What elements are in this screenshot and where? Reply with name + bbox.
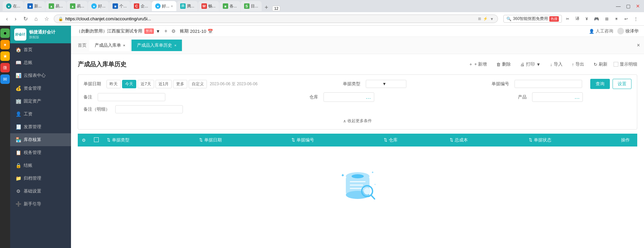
add-company-button[interactable]: + xyxy=(164,28,167,34)
sidebar-item-ledger[interactable]: 📖 总账 xyxy=(10,56,71,69)
browser-tab-11[interactable]: ■ 各... xyxy=(219,1,240,11)
sun-button[interactable]: ☀ xyxy=(613,16,620,22)
yuan-button[interactable]: ¥ xyxy=(583,16,590,22)
date-btn-custom[interactable]: 自定义 xyxy=(189,80,207,88)
display-setting-toggle[interactable]: 显示明细 xyxy=(614,61,637,67)
sidebar-item-cash[interactable]: 💰 资金管理 xyxy=(10,82,71,95)
search-bar[interactable]: 🔍 360智能抠图免费用 热搜 xyxy=(503,15,562,23)
sidebar-item-home[interactable]: 🏠 首页 xyxy=(10,43,71,56)
sidebar-header[interactable]: 好会计 畅捷通好会计 旗舰版 xyxy=(10,26,71,43)
header-checkbox[interactable] xyxy=(94,137,99,142)
browser-tab-9[interactable]: 腾 腾... xyxy=(177,1,198,11)
delete-button[interactable]: 🗑 删除 xyxy=(493,60,514,69)
doc-type-select[interactable]: ▼ xyxy=(366,80,406,88)
refresh-button[interactable]: ↻ xyxy=(21,15,30,23)
tab-close-8[interactable]: × xyxy=(171,4,173,8)
sidebar-item-settings[interactable]: ⚙ 基础设置 xyxy=(10,185,71,198)
sidebar-item-new-entry[interactable]: ➕ 新手引导 xyxy=(10,198,71,210)
doc-num-input[interactable] xyxy=(515,80,582,88)
browser-tab-5[interactable]: ● 好... xyxy=(88,1,109,11)
th-warehouse: ⇅ 仓库 xyxy=(380,134,446,146)
export-button[interactable]: ↑ 导出 xyxy=(569,60,588,69)
product-select[interactable]: … xyxy=(532,92,583,102)
more-button[interactable]: ⋮ xyxy=(632,16,640,22)
bookmark-button[interactable]: ☆ xyxy=(42,15,51,23)
maximize-button[interactable]: ▢ xyxy=(625,3,632,9)
company-settings-button[interactable]: ⚙ xyxy=(171,28,176,34)
remarks-input[interactable] xyxy=(98,93,165,101)
home-button[interactable]: ⌂ xyxy=(32,15,40,23)
add-button[interactable]: ＋ + 新增 xyxy=(465,60,490,69)
import-button[interactable]: ↓ 导入 xyxy=(547,60,566,69)
th-checkbox[interactable] xyxy=(90,134,103,146)
forward-button[interactable]: › xyxy=(13,15,18,23)
breadcrumb-home[interactable]: 首页 xyxy=(78,42,87,48)
browser-tab-7[interactable]: C 企... xyxy=(130,1,151,11)
filter-settings-button[interactable]: 设置 xyxy=(613,79,631,89)
sort-doc-date-icon[interactable]: ⇅ xyxy=(199,137,203,142)
date-btn-more[interactable]: 更多 xyxy=(173,80,187,88)
sort-doc-type-icon[interactable]: ⇅ xyxy=(107,137,111,142)
game-button[interactable]: 🎮 xyxy=(592,16,601,22)
tab-list-close-icon[interactable]: × xyxy=(123,43,125,47)
browser-tab-3[interactable]: ▲ 易... xyxy=(45,1,66,11)
period-info: 账期 2021-10 📅 xyxy=(180,28,213,34)
scissors-button[interactable]: ✂ xyxy=(564,16,571,22)
sort-total-cost-icon[interactable]: ⇅ xyxy=(450,137,453,142)
panel-close-button[interactable]: × xyxy=(633,42,644,48)
sidebar-item-payroll[interactable]: 👤 工资 xyxy=(10,108,71,120)
ai-consult-link[interactable]: 👤 人工咨询 xyxy=(589,28,613,34)
sidebar-item-reports[interactable]: 📊 云报表中心 xyxy=(10,69,71,82)
sort-doc-status-icon[interactable]: ⇅ xyxy=(529,137,532,142)
new-tab-button[interactable]: + xyxy=(262,4,271,11)
minimize-button[interactable]: — xyxy=(615,3,622,9)
sidebar-item-archive[interactable]: 📁 归档管理 xyxy=(10,172,71,185)
date-btn-today[interactable]: 今天 xyxy=(122,80,136,88)
browser-tab-2[interactable]: ■ 新... xyxy=(24,1,45,11)
date-btn-yesterday[interactable]: 昨天 xyxy=(106,80,121,88)
sort-doc-num-icon[interactable]: ⇅ xyxy=(291,137,295,142)
collapse-button[interactable]: ∧ 收起更多条件 xyxy=(342,117,373,125)
grid-button[interactable]: ⊞ xyxy=(603,16,611,22)
sidebar-item-closing[interactable]: 🔒 结账 xyxy=(10,159,71,172)
translate-button[interactable]: 译 xyxy=(573,15,581,22)
tab-list[interactable]: 产成品入库单 × xyxy=(89,40,131,51)
sidebar-item-inventory[interactable]: 🏪 库存核算 xyxy=(10,133,71,146)
display-checkbox[interactable] xyxy=(614,62,618,67)
browser-tab-6[interactable]: ■ 个... xyxy=(109,1,130,11)
sidebar-item-invoice[interactable]: 🧾 发票管理 xyxy=(10,120,71,133)
app-icon-3[interactable]: ★ xyxy=(0,51,10,61)
tab-history-close-icon[interactable]: × xyxy=(174,43,176,47)
query-button[interactable]: 查询 xyxy=(590,79,610,89)
date-btn-1month[interactable]: 近1月 xyxy=(156,80,172,88)
browser-tab-10[interactable]: M 畅... xyxy=(198,1,219,11)
back-button[interactable]: ‹ xyxy=(4,15,10,23)
app-icon-2[interactable]: ★ xyxy=(0,40,10,49)
sidebar-item-tax[interactable]: 📋 税务管理 xyxy=(10,146,71,159)
detail-remarks-input[interactable] xyxy=(115,105,183,113)
print-button[interactable]: 🖨 打印 ▼ xyxy=(517,60,544,69)
sidebar-label-closing: 结账 xyxy=(24,162,32,168)
calendar-icon[interactable]: 📅 xyxy=(208,29,213,34)
address-chevron[interactable]: ▼ xyxy=(490,17,494,21)
address-bar[interactable]: 🔒 https://cloud.chanjet.com/accounting/u… xyxy=(54,15,498,23)
user-profile[interactable]: 徐泽华 xyxy=(617,28,639,35)
date-btn-7days[interactable]: 近7天 xyxy=(138,80,154,88)
warehouse-select[interactable]: … xyxy=(324,92,374,102)
close-button[interactable]: ✕ xyxy=(635,3,641,9)
browser-tab-1[interactable]: ● 在... xyxy=(3,1,24,11)
app-icon-4[interactable]: 微 xyxy=(0,63,10,72)
app-icon-1[interactable]: ● xyxy=(0,28,10,38)
browser-tab-12[interactable]: S 目... xyxy=(241,1,262,11)
app-icon-5[interactable]: ✉ xyxy=(0,74,10,84)
sort-warehouse-icon[interactable]: ⇅ xyxy=(384,137,387,142)
browser-tab-8[interactable]: ● 好... × xyxy=(152,1,176,11)
refresh-button-action[interactable]: ↻ 刷新 xyxy=(590,60,611,69)
th-settings[interactable]: ⚙ xyxy=(78,134,90,146)
sidebar-item-fixed-assets[interactable]: 🏢 固定资产 xyxy=(10,95,71,108)
tab-history[interactable]: 产成品入库单历史 × xyxy=(132,40,182,51)
undo-button[interactable]: ↩ xyxy=(622,16,630,22)
collapse-label: 收起更多条件 xyxy=(348,118,372,124)
company-select[interactable]: （勿删勿禁用）江西服宝测试专用 禁用 ▼ xyxy=(76,28,160,34)
browser-tab-4[interactable]: ▲ 易... xyxy=(67,1,88,11)
